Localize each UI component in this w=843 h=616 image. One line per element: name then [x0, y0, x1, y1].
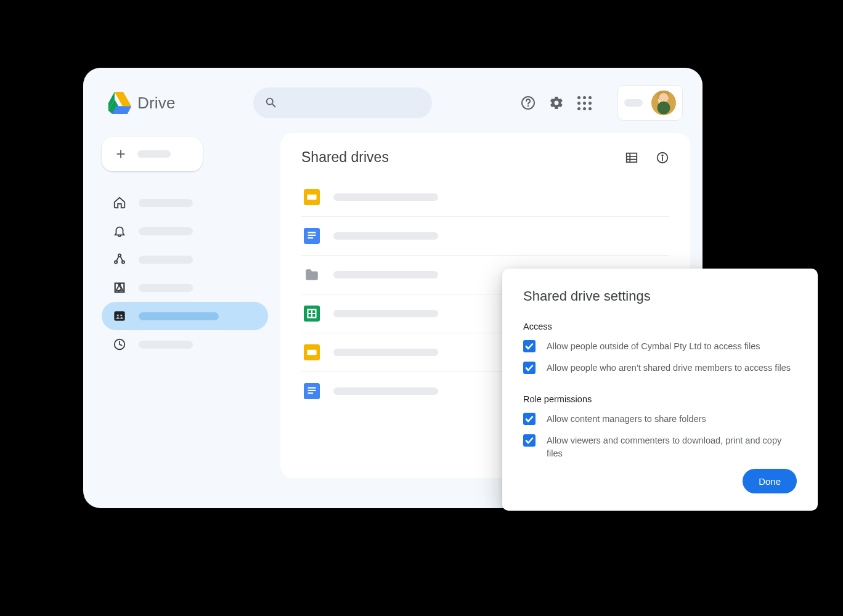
account-switcher[interactable] — [617, 85, 683, 121]
apps-grid-icon[interactable] — [577, 96, 592, 110]
svg-point-6 — [118, 254, 121, 256]
svg-rect-27 — [307, 350, 316, 355]
svg-point-13 — [120, 314, 123, 317]
folder-icon — [304, 267, 320, 283]
share-icon — [113, 253, 126, 266]
plus-icon — [114, 147, 128, 161]
drive-logo-icon — [107, 92, 131, 114]
checkbox-checked-icon[interactable] — [523, 340, 536, 352]
drive-icon — [113, 281, 126, 294]
svg-rect-31 — [308, 392, 314, 394]
file-row[interactable] — [301, 178, 669, 217]
sheets-file-icon — [304, 306, 320, 322]
gear-icon[interactable] — [549, 95, 564, 110]
svg-point-12 — [116, 314, 119, 317]
sidebar-item-activity[interactable] — [102, 217, 268, 245]
dialog-title: Shared drive settings — [523, 288, 797, 304]
recent-icon — [113, 338, 126, 351]
search-input[interactable] — [253, 87, 432, 118]
logo[interactable]: Drive — [107, 92, 176, 114]
svg-rect-30 — [308, 390, 316, 391]
app-name: Drive — [137, 94, 176, 113]
help-icon[interactable] — [521, 95, 536, 110]
svg-rect-32 — [523, 340, 536, 352]
page-title: Shared drives — [301, 149, 389, 166]
svg-point-8 — [122, 261, 124, 263]
sidebar-item-home[interactable] — [102, 188, 268, 217]
access-opt-outside-org[interactable]: Allow people outside of Cymbal Pty Ltd t… — [523, 340, 797, 353]
svg-rect-35 — [523, 434, 536, 447]
checkbox-checked-icon[interactable] — [523, 362, 536, 374]
svg-rect-11 — [115, 312, 125, 321]
roles-heading: Role permissions — [523, 394, 797, 404]
done-button[interactable]: Done — [743, 469, 797, 493]
svg-rect-23 — [308, 237, 314, 238]
new-button[interactable] — [102, 137, 203, 171]
svg-point-7 — [115, 261, 117, 263]
sidebar-item-shared-drives[interactable] — [102, 302, 268, 330]
header-actions — [521, 85, 683, 121]
svg-rect-34 — [523, 413, 536, 425]
sidebar-item-shared-with-me[interactable] — [102, 245, 268, 274]
slides-file-icon — [304, 344, 320, 360]
access-heading: Access — [523, 322, 797, 331]
svg-rect-33 — [523, 362, 536, 374]
bell-icon — [113, 224, 126, 238]
svg-rect-29 — [308, 387, 316, 389]
access-opt-non-members[interactable]: Allow people who aren't shared drive mem… — [523, 362, 797, 375]
search-icon — [264, 96, 278, 110]
roles-opt-managers-share[interactable]: Allow content managers to share folders — [523, 413, 797, 426]
svg-rect-15 — [627, 153, 637, 162]
svg-point-5 — [527, 105, 529, 107]
checkbox-checked-icon[interactable] — [523, 434, 536, 447]
docs-file-icon — [304, 383, 320, 399]
sidebar — [102, 133, 268, 507]
shared-drives-icon — [113, 309, 126, 323]
svg-rect-22 — [308, 235, 316, 236]
home-icon — [113, 196, 126, 209]
drive-window: Drive — [83, 68, 702, 508]
roles-opt-viewers-download-label: Allow viewers and commenters to download… — [547, 434, 797, 460]
org-placeholder — [624, 99, 643, 107]
roles-opt-managers-share-label: Allow content managers to share folders — [547, 413, 706, 426]
slides-file-icon — [304, 189, 320, 205]
svg-rect-21 — [308, 232, 316, 233]
access-opt-non-members-label: Allow people who aren't shared drive mem… — [547, 362, 791, 375]
svg-point-17 — [662, 155, 663, 156]
access-opt-outside-org-label: Allow people outside of Cymbal Pty Ltd t… — [547, 340, 760, 353]
sidebar-item-recent[interactable] — [102, 330, 268, 359]
shared-drive-settings-dialog: Shared drive settings Access Allow peopl… — [502, 269, 818, 511]
docs-file-icon — [304, 228, 320, 244]
avatar[interactable] — [651, 91, 676, 115]
roles-opt-viewers-download[interactable]: Allow viewers and commenters to download… — [523, 434, 797, 460]
list-view-icon[interactable] — [625, 151, 638, 164]
checkbox-checked-icon[interactable] — [523, 413, 536, 425]
svg-rect-19 — [307, 195, 316, 200]
info-icon[interactable] — [656, 151, 669, 164]
header: Drive — [83, 68, 702, 133]
sidebar-item-my-drive[interactable] — [102, 274, 268, 302]
file-row[interactable] — [301, 217, 669, 256]
